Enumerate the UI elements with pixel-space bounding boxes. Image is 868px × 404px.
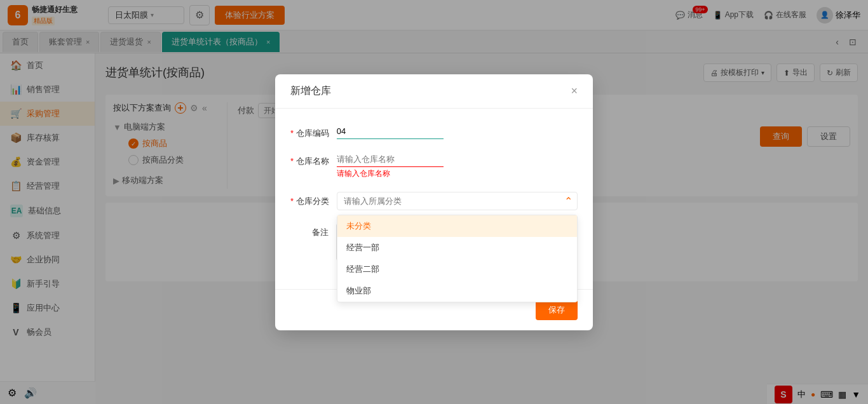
required-star-2: * [290, 156, 294, 166]
category-toggle-icon[interactable]: ⌃ [564, 195, 573, 207]
required-star-3: * [290, 196, 294, 206]
warehouse-name-input[interactable] [337, 152, 444, 167]
dialog-header: 新增仓库 × [275, 74, 593, 109]
save-button[interactable]: 保存 [536, 300, 578, 320]
dropdown-item-dept1[interactable]: 经营一部 [337, 237, 577, 259]
dropdown-item-dept2[interactable]: 经营二部 [337, 259, 577, 280]
name-error-msg: 请输入仓库名称 [337, 168, 578, 179]
code-label: * 仓库编码 [290, 124, 329, 139]
name-input-wrap: 请输入仓库名称 [337, 152, 578, 179]
warehouse-code-row: * 仓库编码 [290, 124, 578, 139]
dialog-body: * 仓库编码 * 仓库名称 请输入仓库名称 [275, 109, 593, 289]
dropdown-item-property[interactable]: 物业部 [337, 280, 577, 302]
code-input-wrap [337, 124, 578, 139]
add-warehouse-dialog: 新增仓库 × * 仓库编码 * 仓库名称 [275, 74, 593, 330]
name-label: * 仓库名称 [290, 152, 329, 167]
category-input-wrap: ⌃ 未分类 经营一部 经营二部 物业部 [337, 192, 578, 210]
warehouse-code-input[interactable] [337, 124, 444, 139]
warehouse-category-row: * 仓库分类 ⌃ 未分类 经营一部 经营二部 物业部 [290, 192, 578, 210]
modal-overlay: 新增仓库 × * 仓库编码 * 仓库名称 [0, 0, 868, 404]
category-input[interactable] [337, 192, 578, 210]
category-label: * 仓库分类 [290, 192, 329, 207]
required-star: * [290, 128, 294, 138]
remark-label: 备注 [290, 223, 329, 238]
category-dropdown: 未分类 经营一部 经营二部 物业部 [337, 215, 578, 302]
dialog-close-button[interactable]: × [571, 84, 578, 98]
dropdown-item-unclassified[interactable]: 未分类 [337, 215, 577, 237]
warehouse-name-row: * 仓库名称 请输入仓库名称 [290, 152, 578, 179]
dialog-title: 新增仓库 [290, 84, 331, 98]
